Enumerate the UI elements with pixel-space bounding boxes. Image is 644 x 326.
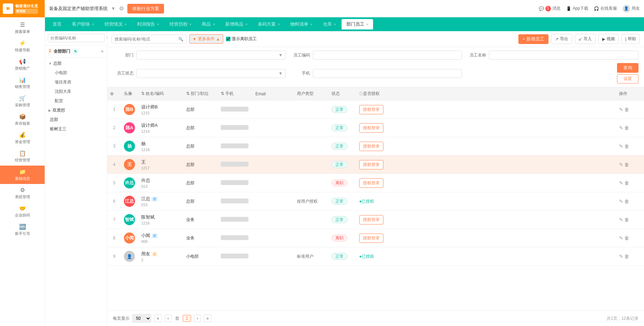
tab-history-close[interactable]: × <box>190 23 192 26</box>
topbar-user[interactable]: 👤 用友 <box>623 5 640 12</box>
sidebar-item-purchase[interactable]: 🛒 采购管理 <box>0 92 45 111</box>
delete-button[interactable]: 🗑 <box>624 107 629 112</box>
trial-button[interactable]: 体验行业方案 <box>127 4 164 14</box>
tab-bom[interactable]: 物料清单 × <box>285 19 317 29</box>
import-button[interactable]: ↙ 导入 <box>575 34 596 44</box>
tab-home[interactable]: 首页 <box>48 19 66 29</box>
edit-button[interactable]: ✎ <box>619 254 623 259</box>
auth-button[interactable]: 授权登录 <box>359 178 383 188</box>
tab-customer[interactable]: 客户联络 × <box>67 19 99 29</box>
empcode-input-box[interactable] <box>313 51 462 60</box>
empcode-input[interactable] <box>316 53 459 58</box>
search-button[interactable]: 查询 <box>617 63 638 73</box>
delete-button[interactable]: 🗑 <box>624 162 629 167</box>
tree-node-shenyang[interactable]: 沈阳大库 <box>45 87 107 96</box>
tree-search-input[interactable] <box>48 34 105 42</box>
add-employee-button[interactable]: + 新增员工 <box>518 34 548 44</box>
tab-profit[interactable]: 利润报告 × <box>132 19 164 29</box>
status-input-box[interactable]: ▼ <box>136 69 286 78</box>
current-page-number[interactable]: 1 <box>183 315 191 322</box>
tab-operation-status[interactable]: 经营情况 × <box>100 19 131 29</box>
prev-page-button[interactable]: ‹ <box>165 315 172 322</box>
tree-node-xiaodian[interactable]: 小电部 <box>45 68 107 78</box>
topbar-message[interactable]: 💬 5 消息 <box>539 6 561 11</box>
tree-edit-icon[interactable]: ✎ <box>72 48 79 54</box>
tree-group-hq2[interactable]: 总部 <box>45 115 107 124</box>
delete-button[interactable]: 🗑 <box>624 254 629 259</box>
col-name-code[interactable]: ⇅ 姓名/编码 <box>138 87 183 100</box>
sidebar-item-basic[interactable]: 📁 基础信息 <box>0 166 45 184</box>
delete-button[interactable]: 🗑 <box>624 125 629 131</box>
col-dept[interactable]: ⇅ 部门/职位 <box>183 87 218 100</box>
edit-button[interactable]: ✎ <box>619 199 623 204</box>
tab-warehouse-close[interactable]: × <box>334 23 336 26</box>
edit-button[interactable]: ✎ <box>619 143 623 149</box>
sidebar-item-search[interactable]: ☰ 搜索菜单 <box>0 19 45 37</box>
help-button[interactable]: | 帮助 <box>622 34 640 44</box>
sidebar-item-guide[interactable]: 🆕 新手引导 <box>0 221 45 239</box>
tree-group-headquarters[interactable]: ▼ 总部 <box>45 59 107 68</box>
auth-button[interactable]: 授权登录 <box>359 160 383 169</box>
last-page-button[interactable]: » <box>203 315 211 322</box>
auth-button[interactable]: 授权登录 <box>359 215 383 224</box>
delete-button[interactable]: 🗑 <box>624 143 629 149</box>
more-conditions-button[interactable]: ▼ 更多条件 ▲ <box>189 34 223 44</box>
tab-new-goods[interactable]: 新增商品 × <box>220 19 252 29</box>
delete-button[interactable]: 🗑 <box>624 217 629 222</box>
dept-input-box[interactable]: ▼ <box>136 51 286 60</box>
auth-button[interactable]: 授权登录 <box>359 142 383 151</box>
empname-input-box[interactable] <box>489 51 638 60</box>
tree-node-distribution[interactable]: 配货 <box>45 96 107 106</box>
show-resigned-label[interactable]: 显示离职员工 <box>226 36 257 42</box>
tab-warehouse[interactable]: 仓库 × <box>318 19 341 29</box>
first-page-button[interactable]: « <box>154 315 162 322</box>
page-size-select[interactable]: 50 100 200 <box>132 314 151 323</box>
edit-button[interactable]: ✎ <box>619 162 623 167</box>
sidebar-item-sales[interactable]: 📊 销售管理 <box>0 74 45 92</box>
edit-button[interactable]: ✎ <box>619 125 623 131</box>
reset-button[interactable]: 设置 <box>617 74 638 83</box>
export-button[interactable]: ↗ 导出 <box>551 34 572 44</box>
delete-button[interactable]: 🗑 <box>624 180 629 186</box>
view-button[interactable]: ▶ 视频 <box>598 34 619 44</box>
tree-collapse-icon[interactable]: « <box>101 49 103 54</box>
edit-button[interactable]: ✎ <box>619 235 623 241</box>
delete-button[interactable]: 🗑 <box>624 199 629 204</box>
filter-search-input[interactable] <box>115 37 177 42</box>
delete-button[interactable]: 🗑 <box>624 235 629 241</box>
col-settings[interactable]: ⚙ <box>107 87 121 100</box>
sidebar-item-marketing[interactable]: 📢 营销推广 <box>0 55 45 74</box>
auth-button[interactable]: 授权登录 <box>359 123 383 133</box>
sidebar-item-shortcut[interactable]: ⚡ 快捷导航 <box>0 37 45 55</box>
tab-staff[interactable]: 部门员工 × <box>342 19 373 29</box>
empname-input[interactable] <box>492 53 635 58</box>
phone-input[interactable] <box>316 71 459 76</box>
edit-button[interactable]: ✎ <box>619 217 623 222</box>
sidebar-item-finance[interactable]: 💰 资金管理 <box>0 129 45 147</box>
tab-history[interactable]: 经营历程 × <box>165 19 197 29</box>
auth-button[interactable]: 授权登录 <box>359 105 383 114</box>
tree-group-shuanglu[interactable]: ▶ 双鹿想 <box>45 106 107 115</box>
tab-customer-close[interactable]: × <box>92 23 94 26</box>
tab-staff-close[interactable]: × <box>366 23 369 26</box>
tab-barcode-close[interactable]: × <box>278 23 280 26</box>
tree-group-wang3[interactable]: 桩树王三 <box>45 124 107 134</box>
sidebar-item-inventory[interactable]: 📦 库存核算 <box>0 111 45 129</box>
tab-bom-close[interactable]: × <box>310 23 312 26</box>
tab-new-goods-close[interactable]: × <box>245 23 247 26</box>
tab-barcode[interactable]: 条码方案 × <box>253 19 285 29</box>
auth-button[interactable]: 授权登录 <box>359 234 383 243</box>
edit-button[interactable]: ✎ <box>619 180 623 186</box>
topbar-app-download[interactable]: 📱 App下载 <box>566 6 588 11</box>
tab-goods-close[interactable]: × <box>213 23 215 26</box>
next-page-button[interactable]: › <box>194 315 201 322</box>
tab-operation-status-close[interactable]: × <box>125 23 127 26</box>
sidebar-item-operation[interactable]: 📋 经营管理 <box>0 147 45 166</box>
edit-button[interactable]: ✎ <box>619 107 623 112</box>
phone-input-box[interactable] <box>313 69 462 78</box>
col-phone[interactable]: ⇅ 手机 <box>218 87 253 100</box>
sidebar-item-collab[interactable]: 🤝 企业协同 <box>0 202 45 221</box>
show-resigned-checkbox[interactable] <box>226 37 230 41</box>
topbar-service[interactable]: 🎧 在线客服 <box>594 6 617 11</box>
topbar-gear-icon[interactable]: ⚙ <box>119 5 124 12</box>
